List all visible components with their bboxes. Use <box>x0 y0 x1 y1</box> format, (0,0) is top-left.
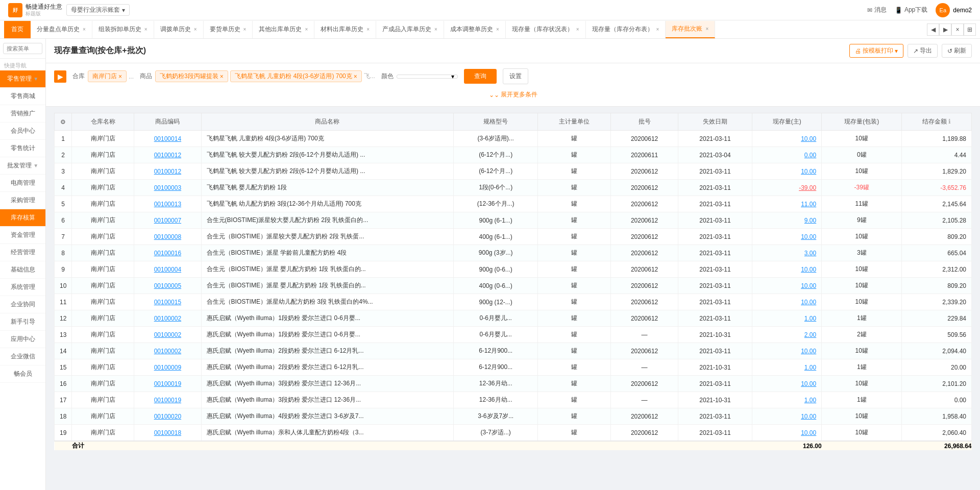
td-warehouse: 南岸门店 <box>72 310 134 327</box>
tab-item-xianc1[interactable]: 现存量（库存状况表） × <box>506 21 586 38</box>
sidebar-item-member2[interactable]: 畅会员 <box>0 365 45 383</box>
td-qty-pkg: 1罐 <box>822 392 902 408</box>
th-batch: 批号 <box>611 113 678 131</box>
close-icon[interactable]: × <box>576 27 579 32</box>
tab-next-btn[interactable]: ▶ <box>939 23 951 36</box>
sidebar-item-retail-shop[interactable]: 零售商城 <box>0 88 45 105</box>
warehouse-tag[interactable]: 南岸门店 × <box>88 70 127 82</box>
close-icon[interactable]: × <box>194 27 197 32</box>
td-code: 00100003 <box>134 180 201 196</box>
td-qty-pkg: 1罐 <box>822 310 902 327</box>
td-code: 00100018 <box>134 425 201 442</box>
table-row: 16 南岸门店 00100019 惠氏启赋（Wyeth illuma）3段奶粉 … <box>55 376 972 392</box>
sidebar-item-member[interactable]: 会员中心 <box>0 122 45 140</box>
sidebar-item-system[interactable]: 系统管理 <box>0 279 45 296</box>
tab-more-btn[interactable]: ⊞ <box>964 23 976 36</box>
td-warehouse: 南岸门店 <box>72 343 134 359</box>
close-icon[interactable]: × <box>220 73 224 80</box>
td-name: 惠氏启赋（Wyeth illuma）4段奶粉 爱尔兰进口 3-6岁及7... <box>201 408 453 425</box>
filter-expand-arrow[interactable]: ▶ <box>54 70 66 83</box>
export-btn[interactable]: ↗ 导出 <box>908 44 938 58</box>
td-name: 惠氏启赋（Wyeth illuma）2段奶粉 爱尔兰进口 6-12月乳... <box>201 343 453 359</box>
close-icon[interactable]: × <box>705 26 708 32</box>
close-icon[interactable]: × <box>354 73 357 80</box>
tab-item-yaohuo[interactable]: 要货单历史 × <box>204 21 253 38</box>
sidebar-item-basic-info[interactable]: 基础信息 <box>0 261 45 279</box>
avatar: Ea <box>936 3 950 17</box>
sidebar-item-appcenter[interactable]: 应用中心 <box>0 331 45 348</box>
sidebar-item-marketing[interactable]: 营销推广 <box>0 105 45 122</box>
tab-item-chengben[interactable]: 成本调整单历史 × <box>444 21 506 38</box>
setting-btn[interactable]: 设置 <box>503 68 528 84</box>
tab-item-zuche[interactable]: 组装拆卸单历史 × <box>92 21 154 38</box>
table-row: 17 南岸门店 00100019 惠氏启赋（Wyeth illuma）3段奶粉 … <box>55 392 972 408</box>
info-icon[interactable]: ℹ <box>948 118 951 125</box>
td-batch: 20200612 <box>611 261 678 278</box>
close-icon[interactable]: × <box>366 27 370 32</box>
td-no: 16 <box>55 376 72 392</box>
settings-icon[interactable]: ⚙ <box>60 118 66 126</box>
td-expire: 2021-03-11 <box>678 163 752 180</box>
sidebar-item-wechat[interactable]: 企业微信 <box>0 348 45 365</box>
goods-tag-1[interactable]: 飞鹤奶粉3段丙罐提装 × <box>155 70 228 82</box>
close-icon[interactable]: × <box>118 73 122 80</box>
store-selector[interactable]: 母婴行业演示账套 ▾ <box>66 4 130 16</box>
td-code: 00100014 <box>134 131 201 147</box>
sidebar-item-retail-mgmt[interactable]: 零售管理 ▼ <box>0 70 45 88</box>
td-batch: 20200612 <box>611 212 678 229</box>
sidebar-item-operations[interactable]: 经营管理 <box>0 244 45 261</box>
search-input[interactable] <box>3 43 42 54</box>
tab-prev-btn[interactable]: ◀ <box>927 23 939 36</box>
message-btn[interactable]: ✉ 消息 <box>867 6 887 14</box>
tab-item-fenliang[interactable]: 分量盘点单历史 × <box>31 21 92 38</box>
tab-home[interactable]: 首页 <box>4 21 31 38</box>
th-settings[interactable]: ⚙ <box>55 113 72 131</box>
sidebar-item-wholesale[interactable]: 批发管理 ▼ <box>0 157 45 175</box>
expand-more-btn[interactable]: ⌄⌄ 展开更多条件 <box>485 88 542 101</box>
app-download-btn[interactable]: 📱 App下载 <box>895 6 927 14</box>
sidebar-item-finance[interactable]: 资金管理 <box>0 227 45 244</box>
tab-item-diaob[interactable]: 调拨单历史 × <box>154 21 204 38</box>
td-warehouse: 南岸门店 <box>72 131 134 147</box>
tab-item-cailiao[interactable]: 材料出库单历史 × <box>314 21 376 38</box>
user-area[interactable]: Ea demo2 <box>936 3 972 17</box>
close-icon[interactable]: × <box>656 27 659 32</box>
table-wrapper: ⚙ 仓库名称 商品编码 商品名称 规格型号 主计量单位 批号 失效日期 现存量(… <box>46 107 980 490</box>
goods-tag-2[interactable]: 飞鹤星飞帆 儿童奶粉 4段(3-6岁适用) 700克 × <box>230 70 362 82</box>
sidebar: 快捷导航 零售管理 ▼ 零售商城 营销推广 会员中心 零售统计 批发管理 ▼ 电… <box>0 39 46 490</box>
chevron-down-icon: ▾ <box>122 7 125 14</box>
search-btn[interactable]: 查询 <box>464 69 497 84</box>
template-print-btn[interactable]: 🖨 按模板打印 ▾ <box>849 44 903 58</box>
sidebar-item-guide[interactable]: 新手引导 <box>0 313 45 331</box>
close-icon[interactable]: × <box>144 27 148 32</box>
sidebar-item-ecommerce[interactable]: 电商管理 <box>0 175 45 192</box>
td-name: 惠氏启赋（Wyeth illuma）1段奶粉 爱尔兰进口 0-6月婴... <box>201 310 453 327</box>
tab-close-btn[interactable]: × <box>951 23 964 36</box>
close-icon[interactable]: × <box>305 27 308 32</box>
color-dropdown[interactable]: ▾ <box>397 75 458 79</box>
close-icon[interactable]: × <box>434 27 437 32</box>
refresh-btn[interactable]: ↺ 刷新 <box>942 44 972 58</box>
td-expire: 2021-10-31 <box>678 392 752 408</box>
close-icon[interactable]: × <box>83 27 86 32</box>
sidebar-item-purchase[interactable]: 采购管理 <box>0 192 45 209</box>
tab-item-chancheng[interactable]: 产成品入库单历史 × <box>376 21 444 38</box>
td-expire: 2021-03-11 <box>678 229 752 245</box>
tab-item-kucun[interactable]: 库存批次账 × <box>666 21 715 38</box>
close-icon[interactable]: × <box>243 27 247 32</box>
td-expire: 2021-10-31 <box>678 359 752 376</box>
sidebar-item-retail-stats[interactable]: 零售统计 <box>0 140 45 157</box>
tab-item-xianc2[interactable]: 现存量（库存分布表） × <box>586 21 666 38</box>
close-icon[interactable]: × <box>496 27 499 32</box>
td-spec: (12-36个月...) <box>453 196 537 212</box>
td-no: 3 <box>55 163 72 180</box>
tab-item-qita[interactable]: 其他出库单历史 × <box>253 21 314 38</box>
sidebar-item-enterprise[interactable]: 企业协同 <box>0 296 45 313</box>
td-qty-pkg: 10罐 <box>822 294 902 310</box>
warehouse-more[interactable]: ... <box>129 73 134 80</box>
sidebar-item-inventory[interactable]: 库存核算 <box>0 209 45 227</box>
goods-more[interactable]: 飞... <box>364 72 375 81</box>
td-spec: 0-6月婴儿... <box>453 310 537 327</box>
td-amount: 809.20 <box>902 278 972 294</box>
td-no: 6 <box>55 212 72 229</box>
